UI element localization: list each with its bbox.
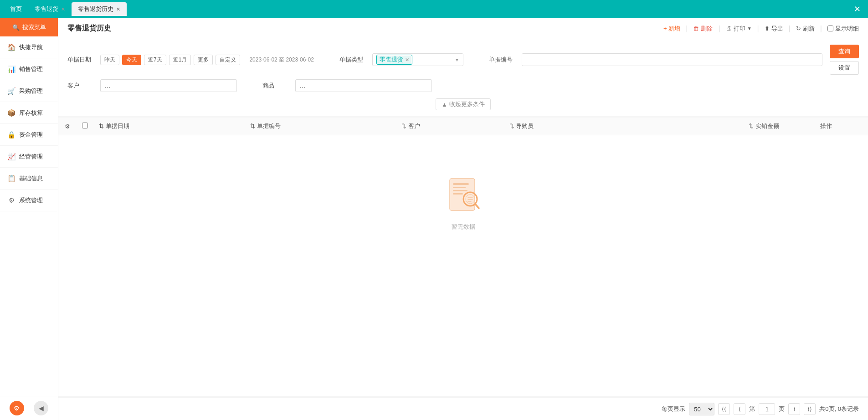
window-close-button[interactable]: ✕ xyxy=(850,4,864,14)
chart-icon: 📊 xyxy=(7,65,15,73)
date-range-display: 2023-06-02 至 2023-06-02 xyxy=(249,56,313,64)
date-btn-yesterday[interactable]: 昨天 xyxy=(100,55,119,65)
top-bar: 首页 零售退货 ✕ 零售退货历史 ✕ ✕ xyxy=(0,0,868,18)
filter-area: 单据日期 昨天 今天 近7天 近1月 更多 自定义 2023-06-02 至 2… xyxy=(58,39,868,116)
th-actions: 操作 xyxy=(785,118,868,135)
home-icon: 🏠 xyxy=(7,43,15,51)
goods-label: 商品 xyxy=(262,82,288,90)
page-word: 第 xyxy=(749,405,755,413)
refresh-button[interactable]: ↻ 刷新 xyxy=(796,25,815,33)
refresh-icon: ↻ xyxy=(796,25,801,32)
voucher-type-tag-close[interactable]: ✕ xyxy=(405,57,409,63)
gear-icon: ⚙ xyxy=(7,196,15,205)
voucher-type-tag: 零售退货 ✕ xyxy=(376,55,412,65)
th-date[interactable]: ⇅ 单据日期 xyxy=(93,118,245,135)
th-guide[interactable]: ⇅ 导购员 xyxy=(504,118,633,135)
sidebar-item-sales-mgmt[interactable]: 📊 销售管理 xyxy=(0,58,58,80)
th-settings[interactable]: ⚙ xyxy=(58,118,77,135)
tab-retail-return-history[interactable]: 零售退货历史 ✕ xyxy=(72,2,127,16)
main-layout: 🔍 搜索菜单 🏠 快捷导航 📊 销售管理 🛒 采购管理 📦 库存核算 🔒 资金管… xyxy=(0,18,868,420)
divider3: | xyxy=(757,25,759,33)
close-tab-retail-return[interactable]: ✕ xyxy=(61,6,65,12)
export-button[interactable]: ⬆ 导出 xyxy=(765,25,783,33)
sidebar-item-ops-mgmt[interactable]: 📈 经营管理 xyxy=(0,146,58,168)
svg-point-6 xyxy=(466,195,475,204)
delete-icon: 🗑 xyxy=(693,25,699,32)
date-btn-custom[interactable]: 自定义 xyxy=(216,55,240,65)
sidebar-item-basic-info[interactable]: 📋 基础信息 xyxy=(0,168,58,190)
filter-row-1: 单据日期 昨天 今天 近7天 近1月 更多 自定义 2023-06-02 至 2… xyxy=(67,45,859,75)
date-btn-1month[interactable]: 近1月 xyxy=(169,55,191,65)
customer-input[interactable]: ... xyxy=(100,79,237,92)
th-voucher-no[interactable]: ⇅ 单据编号 xyxy=(245,118,396,135)
date-label: 单据日期 xyxy=(67,56,93,64)
date-filters: 昨天 今天 近7天 近1月 更多 自定义 xyxy=(100,55,240,65)
add-button[interactable]: + 新增 xyxy=(663,25,680,33)
voucher-no-label: 单据编号 xyxy=(489,56,514,64)
page-input[interactable] xyxy=(759,403,775,415)
svg-line-7 xyxy=(475,204,479,208)
filter-actions: 查询 设置 xyxy=(830,45,859,75)
empty-state: 暂无数据 xyxy=(58,135,868,267)
goods-input[interactable]: ... xyxy=(295,79,432,92)
settings-icon[interactable]: ⚙ xyxy=(65,123,70,130)
next-page-btn[interactable]: ⟩ xyxy=(788,403,800,415)
sidebar-item-sys-mgmt[interactable]: ⚙ 系统管理 xyxy=(0,190,58,211)
divider1: | xyxy=(686,25,688,33)
sidebar-item-finance-mgmt[interactable]: 🔒 资金管理 xyxy=(0,124,58,146)
date-btn-7days[interactable]: 近7天 xyxy=(144,55,166,65)
th-customer[interactable]: ⇅ 客户 xyxy=(396,118,504,135)
toolbar: + 新增 | 🗑 删除 | 🖨 打印 ▼ | ⬆ 导出 | xyxy=(663,25,859,33)
empty-state-row: 暂无数据 xyxy=(58,135,868,268)
th-checkbox[interactable] xyxy=(77,118,93,135)
print-button[interactable]: 🖨 打印 ▼ xyxy=(726,25,752,33)
select-all-checkbox[interactable] xyxy=(82,123,88,128)
last-page-btn[interactable]: ⟩⟩ xyxy=(804,403,816,415)
sidebar-item-purchase-mgmt[interactable]: 🛒 采购管理 xyxy=(0,80,58,102)
display-detail-toggle[interactable]: 显示明细 xyxy=(827,25,859,33)
page-header: 零售退货历史 + 新增 | 🗑 删除 | 🖨 打印 ▼ | ⬆ 导出 xyxy=(58,18,868,39)
topbar-right: ✕ xyxy=(850,4,864,14)
divider5: | xyxy=(820,25,822,33)
table-header-row: ⚙ ⇅ 单据日期 ⇅ 单据编号 xyxy=(58,118,868,135)
voucher-type-input[interactable]: 零售退货 ✕ ▼ xyxy=(372,53,463,66)
tab-home[interactable]: 首页 xyxy=(4,2,28,16)
money-icon: 🔒 xyxy=(7,131,15,139)
search-menu-btn[interactable]: 🔍 搜索菜单 xyxy=(0,18,58,36)
sidebar-item-quick-nav[interactable]: 🏠 快捷导航 xyxy=(0,36,58,58)
prev-page-btn[interactable]: ⟨ xyxy=(734,403,745,415)
divider2: | xyxy=(718,25,720,33)
delete-button[interactable]: 🗑 删除 xyxy=(693,25,713,33)
table-container: ⚙ ⇅ 单据日期 ⇅ 单据编号 xyxy=(58,118,868,396)
sidebar: 🔍 搜索菜单 🏠 快捷导航 📊 销售管理 🛒 采购管理 📦 库存核算 🔒 资金管… xyxy=(0,18,58,420)
sidebar-toggle-btn[interactable]: ◀ xyxy=(34,401,48,415)
ops-icon: 📈 xyxy=(7,153,15,161)
date-btn-more[interactable]: 更多 xyxy=(194,55,213,65)
date-btn-today[interactable]: 今天 xyxy=(122,55,141,65)
svg-rect-4 xyxy=(453,193,463,195)
empty-illustration xyxy=(441,172,486,217)
empty-text: 暂无数据 xyxy=(452,223,475,231)
voucher-type-label: 单据类型 xyxy=(339,56,365,64)
query-button[interactable]: 查询 xyxy=(830,45,859,58)
first-page-btn[interactable]: ⟨⟨ xyxy=(718,403,730,415)
customer-ellipsis: ... xyxy=(104,82,110,90)
sidebar-item-inventory[interactable]: 📦 库存核算 xyxy=(0,102,58,124)
export-icon: ⬆ xyxy=(765,25,770,32)
total-text: 共0页, 0条记录 xyxy=(819,405,859,413)
set-button[interactable]: 设置 xyxy=(830,61,859,75)
th-actual-amount[interactable]: ⇅ 实销金额 xyxy=(633,118,785,135)
print-dropdown-icon: ▼ xyxy=(747,26,752,31)
close-tab-retail-return-history[interactable]: ✕ xyxy=(116,6,120,12)
voucher-type-dropdown-icon: ▼ xyxy=(455,57,459,62)
content-area: 零售退货历史 + 新增 | 🗑 删除 | 🖨 打印 ▼ | ⬆ 导出 xyxy=(58,18,868,420)
display-detail-checkbox[interactable] xyxy=(827,26,833,31)
pagination: 每页显示 20 50 100 ⟨⟨ ⟨ 第 页 ⟩ ⟩⟩ 共0页, 0条记录 xyxy=(58,398,868,420)
svg-rect-3 xyxy=(453,190,467,191)
tab-retail-return[interactable]: 零售退货 ✕ xyxy=(28,2,72,16)
page-size-select[interactable]: 20 50 100 xyxy=(689,403,714,415)
sidebar-bottom: ⚙ ◀ xyxy=(0,396,58,420)
voucher-no-input[interactable] xyxy=(522,53,822,66)
collapse-filter-btn[interactable]: ▲ 收起更多条件 xyxy=(436,98,491,110)
sidebar-settings-btn[interactable]: ⚙ xyxy=(10,401,24,415)
